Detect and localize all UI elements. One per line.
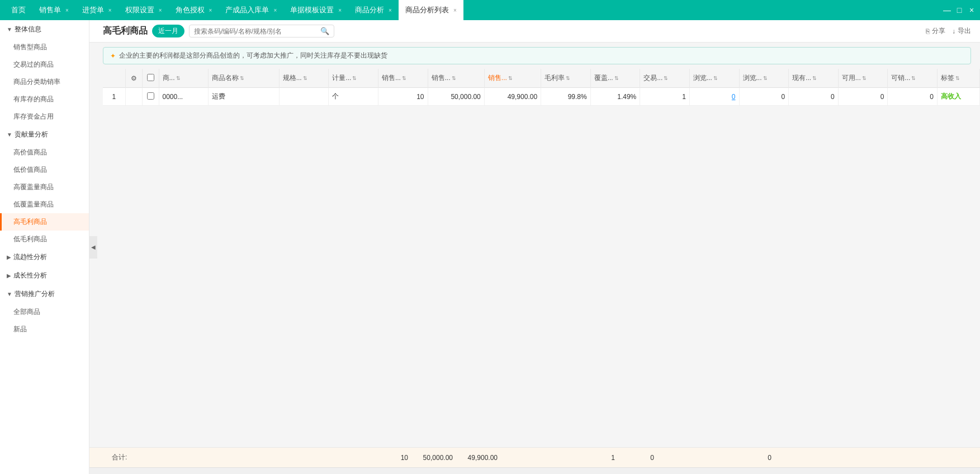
chevron-down-icon-2: ▼: [7, 132, 12, 138]
sort-icon-sales-profit: ⇅: [508, 76, 513, 81]
sidebar-group-overall[interactable]: ▼ 整体信息: [0, 20, 89, 39]
nav-close-template[interactable]: ×: [338, 7, 342, 13]
nav-close-product-warehouse[interactable]: ×: [273, 7, 277, 13]
th-sales-qty[interactable]: 销售... ⇅: [378, 69, 428, 88]
footer-trade: 1: [579, 454, 618, 462]
td-tag: 高收入: [937, 88, 979, 106]
nav-permission-settings[interactable]: 权限设置 ×: [119, 0, 169, 20]
sidebar-item-traded-product[interactable]: 交易过的商品: [0, 56, 89, 73]
horizontal-scrollbar[interactable]: [89, 467, 980, 474]
th-saleable[interactable]: 可销... ⇅: [888, 69, 938, 88]
th-browse1[interactable]: 浏览... ⇅: [689, 69, 739, 88]
sidebar-group-trend[interactable]: ▶ 流趋性分析: [0, 248, 89, 266]
nav-close-product-analysis-list[interactable]: ×: [453, 7, 457, 13]
td-browse2: 0: [739, 88, 789, 106]
td-coverage: 1.49%: [590, 88, 640, 106]
th-sales-amount[interactable]: 销售... ⇅: [428, 69, 484, 88]
th-gross-margin[interactable]: 毛利率 ⇅: [541, 69, 591, 88]
sidebar-item-category-rate[interactable]: 商品分类助销率: [0, 73, 89, 91]
th-current-stock[interactable]: 现有... ⇅: [789, 69, 839, 88]
nav-role-auth[interactable]: 角色授权 ×: [169, 0, 219, 20]
search-input[interactable]: [194, 27, 320, 35]
footer-sales-profit: 49,900.00: [456, 454, 501, 462]
chevron-down-icon: ▼: [7, 26, 12, 32]
th-num: [103, 69, 125, 88]
nav-product-analysis[interactable]: 商品分析 ×: [348, 0, 399, 20]
sort-icon-browse1: ⇅: [713, 76, 718, 81]
nav-template-settings[interactable]: 单据模板设置 ×: [283, 0, 348, 20]
footer-cells: 10 50,000.00 49,900.00 1 0 0: [143, 454, 971, 462]
td-check-cell[interactable]: [142, 88, 159, 106]
chevron-right-icon-2: ▶: [7, 273, 11, 279]
table-row: 1 0000... 运费 个 10 50,000.00 49,900.00 99…: [103, 88, 980, 106]
export-button[interactable]: ↓ 导出: [952, 26, 971, 36]
filter-recent-month-button[interactable]: 近一月: [152, 25, 184, 37]
nav-home[interactable]: 首页: [4, 0, 32, 20]
footer-sales-amount: 50,000.00: [411, 454, 456, 462]
sidebar-item-low-margin[interactable]: 低毛利商品: [0, 231, 89, 248]
td-settings-cell: [125, 88, 142, 106]
th-spec[interactable]: 规格... ⇅: [279, 69, 329, 88]
td-sales-profit: 49,900.00: [484, 88, 541, 106]
sidebar-item-high-coverage[interactable]: 高覆盖量商品: [0, 179, 89, 196]
th-tag[interactable]: 标签 ⇅: [937, 69, 979, 88]
sidebar-item-high-value[interactable]: 高价值商品: [0, 144, 89, 161]
header-actions: ⎘ 分享 ↓ 导出: [926, 26, 971, 36]
th-check[interactable]: [142, 69, 159, 88]
sidebar-item-sales-product[interactable]: 销售型商品: [0, 39, 89, 56]
chevron-down-icon-3: ▼: [7, 291, 12, 297]
sidebar-item-stock-capital[interactable]: 库存资金占用: [0, 108, 89, 125]
main-layout: ▼ 整体信息 销售型商品 交易过的商品 商品分类助销率 有库存的商品 库存资金占…: [0, 20, 980, 474]
tag-label: 高收入: [941, 92, 961, 100]
nav-product-analysis-list[interactable]: 商品分析列表 ×: [399, 0, 463, 20]
th-sales-profit[interactable]: 销售... ⇅: [484, 69, 541, 88]
th-coverage[interactable]: 覆盖... ⇅: [590, 69, 640, 88]
window-minimize[interactable]: —: [943, 6, 951, 14]
nav-close-product-analysis[interactable]: ×: [389, 7, 392, 13]
th-settings[interactable]: ⚙: [125, 69, 142, 88]
sidebar-item-low-coverage[interactable]: 低覆盖量商品: [0, 196, 89, 213]
window-maximize[interactable]: □: [955, 6, 963, 14]
td-available: 0: [838, 88, 888, 106]
nav-close-sales-order[interactable]: ×: [65, 7, 69, 13]
th-available[interactable]: 可用... ⇅: [838, 69, 888, 88]
table-container[interactable]: ⚙ 商... ⇅ 商品名称: [103, 69, 980, 447]
sidebar-item-new-products[interactable]: 新品: [0, 321, 89, 338]
footer-total: 合计: 10 50,000.00 49,900.00 1 0 0: [89, 447, 980, 467]
th-code[interactable]: 商... ⇅: [159, 69, 209, 88]
footer-label: 合计:: [98, 453, 143, 462]
sort-icon-gross-margin: ⇅: [566, 76, 570, 81]
sidebar-group-marketing[interactable]: ▼ 营销推广分析: [0, 285, 89, 303]
th-browse2[interactable]: 浏览... ⇅: [739, 69, 789, 88]
sidebar: ▼ 整体信息 销售型商品 交易过的商品 商品分类助销率 有库存的商品 库存资金占…: [0, 20, 89, 474]
select-all-checkbox[interactable]: [147, 74, 154, 81]
td-browse1[interactable]: 0: [689, 88, 739, 106]
sidebar-item-all-products[interactable]: 全部商品: [0, 303, 89, 321]
window-close[interactable]: ×: [968, 6, 976, 14]
data-table: ⚙ 商... ⇅ 商品名称: [103, 69, 980, 106]
share-icon: ⎘: [926, 27, 930, 35]
row-checkbox[interactable]: [147, 92, 154, 100]
sidebar-collapse-button[interactable]: ◀: [89, 236, 97, 259]
nav-purchase-order[interactable]: 进货单 ×: [75, 0, 119, 20]
sidebar-item-stocked-product[interactable]: 有库存的商品: [0, 91, 89, 108]
th-unit[interactable]: 计量... ⇅: [329, 69, 378, 88]
nav-close-permission[interactable]: ×: [159, 7, 162, 13]
sidebar-item-low-value[interactable]: 低价值商品: [0, 161, 89, 179]
nav-close-role[interactable]: ×: [209, 7, 212, 13]
sidebar-group-contribution[interactable]: ▼ 贡献量分析: [0, 125, 89, 144]
sidebar-group-growth[interactable]: ▶ 成长性分析: [0, 266, 89, 285]
top-navigation: 首页 销售单 × 进货单 × 权限设置 × 角色授权 × 产成品入库单 × 单据…: [0, 0, 980, 20]
th-name[interactable]: 商品名称 ⇅: [209, 69, 280, 88]
td-name: 运费: [209, 88, 280, 106]
chevron-right-icon: ▶: [7, 254, 11, 260]
th-trade[interactable]: 交易... ⇅: [640, 69, 690, 88]
nav-close-purchase-order[interactable]: ×: [108, 7, 112, 13]
sidebar-item-high-margin[interactable]: 高毛利商品: [0, 213, 89, 231]
settings-icon[interactable]: ⚙: [131, 74, 137, 82]
nav-sales-order[interactable]: 销售单 ×: [32, 0, 75, 20]
share-button[interactable]: ⎘ 分享: [926, 26, 945, 36]
search-icon[interactable]: 🔍: [320, 27, 329, 35]
nav-product-warehouse[interactable]: 产成品入库单 ×: [219, 0, 283, 20]
td-trade: 1: [640, 88, 690, 106]
